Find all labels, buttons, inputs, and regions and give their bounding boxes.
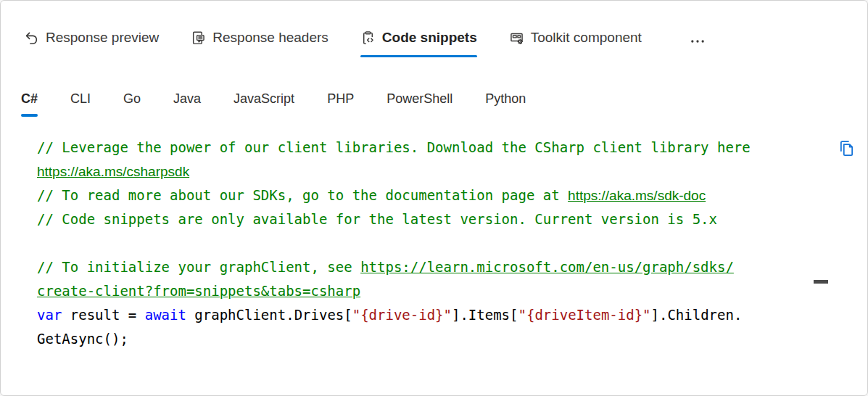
response-tab-bar: Response preview Response headers [1,1,867,59]
code-token: ].Items[ [452,307,518,323]
language-tab-python[interactable]: Python [485,90,526,117]
copy-code-button[interactable] [835,137,857,159]
code-token: result = [62,307,144,323]
code-token: ].Children. [651,307,743,323]
code-line: // To initialize your graphClient, see h… [37,255,867,279]
language-tab-cli[interactable]: CLI [70,90,91,117]
tab-response-preview[interactable]: Response preview [24,23,159,57]
toolkit-window-gear-icon [509,30,524,46]
tab-label: Response headers [212,29,328,46]
tab-label: Toolkit component [531,29,642,46]
code-token: GetAsync(); [37,331,128,347]
response-area-panel: Response preview Response headers [0,0,868,396]
tab-label: Code snippets [382,29,477,46]
language-tab-php[interactable]: PHP [327,90,354,117]
code-line: https://aka.ms/csharpsdk [37,160,867,183]
language-tab-csharp[interactable]: C# [21,90,38,117]
code-token: await [145,307,186,323]
code-link[interactable]: https://aka.ms/csharpsdk [37,164,189,179]
tab-label: Response preview [46,29,159,46]
code-token: // Leverage the power of our client libr… [37,139,751,155]
code-line: // Code snippets are only available for … [37,207,867,231]
code-line [37,231,867,255]
language-tab-go[interactable]: Go [123,90,141,117]
more-horizontal-icon [690,33,706,49]
overview-ruler-marker [814,280,828,284]
code-lines: // Leverage the power of our client libr… [37,136,867,351]
tab-toolkit-component[interactable]: Toolkit component [509,23,642,57]
clipboard-code-icon [360,30,376,46]
code-token: // To read more about our SDKs, go to th… [37,187,568,203]
code-token: "{drive-id}" [352,307,452,323]
code-token: graphClient.Drives[ [186,307,352,323]
language-tab-bar: C# CLI Go Java JavaScript PHP PowerShell… [1,90,867,117]
code-token: // To initialize your graphClient, see [37,259,360,275]
code-token: // Code snippets are only available for … [37,211,717,227]
language-tab-powershell[interactable]: PowerShell [387,90,452,117]
code-snippet-area: // Leverage the power of our client libr… [1,136,867,351]
tab-response-headers[interactable]: Response headers [191,23,328,57]
language-tab-java[interactable]: Java [173,90,201,117]
code-token: var [37,307,62,323]
code-line: // Leverage the power of our client libr… [37,136,867,160]
code-token: "{driveItem-id}" [518,307,651,323]
code-line: create-client?from=snippets&tabs=csharp [37,279,867,303]
code-line: GetAsync(); [37,327,867,351]
copy-icon [837,149,856,160]
code-link[interactable]: create-client?from=snippets&tabs=csharp [37,283,360,299]
tab-code-snippets[interactable]: Code snippets [360,23,477,57]
code-link[interactable]: https://learn.microsoft.com/en-us/graph/… [360,259,734,275]
code-link[interactable]: https://aka.ms/sdk-doc [568,188,706,203]
more-tabs-button[interactable] [684,23,711,59]
language-tab-javascript[interactable]: JavaScript [233,90,294,117]
undo-arrow-icon [24,30,39,46]
code-line: var result = await graphClient.Drives["{… [37,303,867,327]
document-chat-icon [191,30,206,46]
code-line: // To read more about our SDKs, go to th… [37,183,867,207]
